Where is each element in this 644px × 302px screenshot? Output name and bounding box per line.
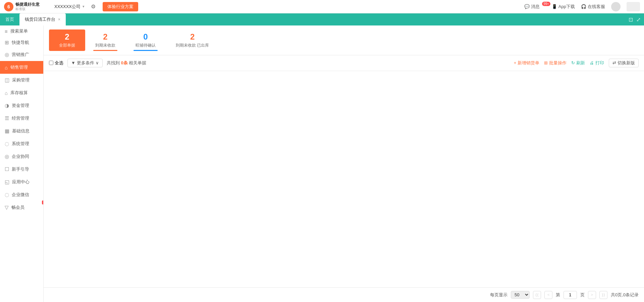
sales-icon: ⌂ bbox=[5, 65, 8, 70]
print-label: 打印 bbox=[595, 60, 604, 66]
headset-icon: 🎧 bbox=[581, 4, 586, 9]
next-page-button[interactable]: ＞ bbox=[588, 291, 596, 299]
prev-page-button[interactable]: ＜ bbox=[544, 291, 552, 299]
filter-icon: ▼ bbox=[71, 60, 75, 65]
last-page-button[interactable]: ⟩⟩ bbox=[599, 291, 607, 299]
page-number-input[interactable] bbox=[564, 291, 577, 299]
found-count: 0条 bbox=[121, 60, 128, 65]
guide-icon: ☐ bbox=[5, 166, 9, 172]
sidebar-item-inventory[interactable]: ⌂ 库存核算 bbox=[0, 86, 43, 99]
filter-label: 更多条件 bbox=[77, 60, 94, 66]
sidebar-label-base-info: 基础信息 bbox=[12, 128, 30, 134]
card-overdue[interactable]: 2 到期未收款 bbox=[85, 29, 125, 51]
checkbox-input[interactable] bbox=[49, 61, 53, 65]
switch-version-button[interactable]: ⇄ 切换新版 bbox=[609, 59, 639, 67]
header-right: 💬 消息 99+ 📱 App下载 🎧 在线客服 bbox=[524, 2, 640, 11]
batch-label: 批量操作 bbox=[549, 60, 567, 66]
sidebar-item-base-info[interactable]: ▦ 基础信息 bbox=[0, 125, 43, 137]
sidebar-label-system: 系统管理 bbox=[12, 141, 29, 147]
tab-home[interactable]: 首页 bbox=[0, 13, 19, 25]
purchase-icon: ◫ bbox=[5, 77, 9, 83]
online-service-label: 在线客服 bbox=[588, 4, 605, 10]
select-all-label: 全选 bbox=[55, 60, 63, 66]
card-overdue-label: 到期未收款 bbox=[95, 43, 115, 48]
sidebar-item-cooperation[interactable]: ◎ 企业协同 bbox=[0, 150, 43, 163]
sidebar-item-app-center[interactable]: ◱ 应用中心 bbox=[0, 176, 43, 188]
sidebar-label-inventory: 库存核算 bbox=[10, 90, 28, 96]
summary-cards: 2 全部单据 2 到期未收款 0 旺辅待确认 2 到期未收款 已出库 bbox=[44, 25, 644, 55]
sidebar-item-guide[interactable]: ☐ 新手引导 bbox=[0, 163, 43, 176]
operation-icon: ☰ bbox=[5, 115, 9, 121]
logo-title: 畅捷通好生意 bbox=[15, 2, 40, 7]
tab-workbench[interactable]: 钱货日清工作台 × bbox=[19, 13, 66, 25]
sidebar-label-search-menu: 搜索菜单 bbox=[10, 28, 28, 34]
trial-button[interactable]: 体验行业方案 bbox=[103, 2, 138, 11]
card-shipped-label: 到期未收款 已出库 bbox=[176, 43, 209, 48]
filter-chevron-icon: ∨ bbox=[96, 60, 99, 65]
new-order-button[interactable]: + 新增销货单 bbox=[514, 60, 539, 66]
finance-icon: ◑ bbox=[5, 103, 9, 109]
expand-icon[interactable]: ⤢ bbox=[636, 16, 641, 23]
switch-icon: ⇄ bbox=[612, 60, 616, 65]
sidebar-item-sales[interactable]: ⌂ 销售管理 bbox=[0, 61, 43, 74]
message-button[interactable]: 💬 消息 99+ bbox=[524, 4, 546, 10]
home-tab-label: 首页 bbox=[5, 16, 14, 22]
sidebar-label-member: 畅会员 bbox=[11, 204, 24, 210]
user-avatar[interactable] bbox=[611, 2, 621, 11]
user-name-area[interactable] bbox=[627, 2, 640, 11]
sidebar-item-system[interactable]: ◌ 系统管理 bbox=[0, 137, 43, 150]
app-download-button[interactable]: 📱 App下载 bbox=[552, 4, 575, 10]
minimize-icon[interactable]: ⊡ bbox=[629, 16, 633, 23]
inventory-icon: ⌂ bbox=[5, 90, 8, 96]
logo-icon: 6 bbox=[4, 2, 13, 11]
content-area: 2 全部单据 2 到期未收款 0 旺辅待确认 2 到期未收款 已出库 全选 bbox=[44, 25, 644, 302]
sidebar-item-wechat[interactable]: ◌ 企业微信 bbox=[0, 188, 43, 201]
select-all-checkbox[interactable]: 全选 bbox=[49, 60, 63, 66]
refresh-button[interactable]: ↻ 刷新 bbox=[571, 60, 585, 66]
quick-nav-icon: ⊞ bbox=[5, 40, 9, 46]
sidebar-item-member[interactable]: ▽ 畅会员 OfTEn bbox=[0, 201, 43, 214]
sidebar-label-guide: 新手引导 bbox=[12, 166, 29, 172]
refresh-icon: ↻ bbox=[571, 60, 575, 65]
card-wangfu-number: 0 bbox=[143, 32, 148, 42]
print-icon: 🖨 bbox=[590, 60, 594, 65]
first-page-button[interactable]: ⟨⟨ bbox=[533, 291, 541, 299]
print-button[interactable]: 🖨 打印 bbox=[590, 60, 604, 66]
marketing-icon: ◎ bbox=[5, 52, 9, 58]
company-dropdown-arrow: ▾ bbox=[83, 4, 85, 9]
batch-operation-button[interactable]: ⊞ 批量操作 bbox=[544, 60, 567, 66]
sidebar-label-app-center: 应用中心 bbox=[12, 179, 30, 185]
close-tab-icon[interactable]: × bbox=[58, 17, 60, 21]
sidebar-label-marketing: 营销推广 bbox=[12, 52, 29, 58]
sidebar-item-finance[interactable]: ◑ 资金管理 bbox=[0, 99, 43, 112]
system-icon: ◌ bbox=[5, 141, 9, 147]
sidebar-label-purchase: 采购管理 bbox=[12, 77, 30, 83]
card-wangfu[interactable]: 0 旺辅待确认 bbox=[125, 29, 166, 51]
card-all[interactable]: 2 全部单据 bbox=[49, 29, 85, 51]
card-all-number: 2 bbox=[65, 32, 69, 42]
sidebar-item-operation[interactable]: ☰ 经营管理 bbox=[0, 112, 43, 125]
page-size-select[interactable]: 50 100 200 bbox=[511, 291, 530, 299]
sidebar-item-purchase[interactable]: ◫ 采购管理 bbox=[0, 74, 43, 86]
message-icon: 💬 bbox=[524, 4, 530, 9]
company-selector[interactable]: XXXXXX公司 ▾ bbox=[54, 4, 85, 10]
table-area bbox=[44, 71, 644, 287]
logo-area: 6 畅捷通好生意 标准版 bbox=[4, 2, 48, 11]
found-text: 共找到 0条 相关单据 bbox=[107, 60, 146, 66]
card-shipped[interactable]: 2 到期未收款 已出库 bbox=[166, 29, 219, 51]
sidebar-label-finance: 资金管理 bbox=[12, 103, 29, 109]
logo-text: 畅捷通好生意 标准版 bbox=[15, 2, 40, 11]
toolbar-right: + 新增销货单 ⊞ 批量操作 ↻ 刷新 🖨 打印 ⇄ 切换新版 bbox=[514, 59, 639, 67]
sidebar: ≡ 搜索菜单 ⊞ 快捷导航 ◎ 营销推广 ⌂ 销售管理 ◫ 采购管理 ⌂ 库存核… bbox=[0, 25, 44, 302]
sidebar-item-quick-nav[interactable]: ⊞ 快捷导航 bbox=[0, 37, 43, 48]
online-service-button[interactable]: 🎧 在线客服 bbox=[581, 4, 605, 10]
sidebar-item-search-menu[interactable]: ≡ 搜索菜单 bbox=[0, 25, 43, 37]
filter-button[interactable]: ▼ 更多条件 ∨ bbox=[67, 59, 103, 67]
logo-subtitle: 标准版 bbox=[15, 7, 40, 11]
toolbar: 全选 ▼ 更多条件 ∨ 共找到 0条 相关单据 + 新增销货单 ⊞ 批量操作 ↻ bbox=[44, 55, 644, 71]
settings-button[interactable]: ⚙ bbox=[89, 2, 98, 11]
sidebar-item-marketing[interactable]: ◎ 营销推广 bbox=[0, 48, 43, 61]
message-label: 消息 bbox=[531, 4, 540, 10]
nav-tabs: 首页 钱货日清工作台 × ⊡ ⤢ bbox=[0, 13, 644, 25]
switch-label: 切换新版 bbox=[618, 60, 635, 66]
